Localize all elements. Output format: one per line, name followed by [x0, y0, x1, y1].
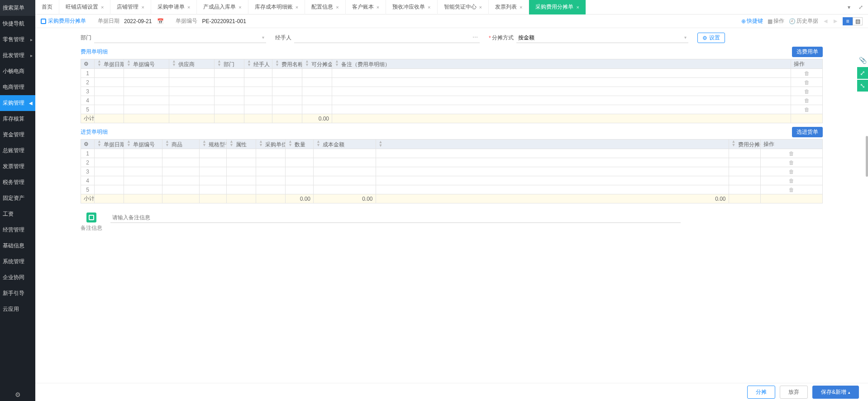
fullscreen-icon[interactable]: ⤢	[856, 3, 865, 12]
column-header[interactable]: ▲▼ 数量	[286, 140, 314, 149]
close-icon[interactable]: ×	[479, 5, 482, 10]
tab-7[interactable]: 客户账本×	[346, 0, 386, 14]
view-card-button[interactable]: ▤	[853, 17, 863, 25]
sidebar-item-6[interactable]: 采购管理◀	[0, 95, 35, 111]
sidebar-item-18[interactable]: 新手引导	[0, 285, 35, 301]
settings-button[interactable]: ⚙ 设置	[697, 33, 725, 43]
sidebar-item-9[interactable]: 总账管理	[0, 143, 35, 159]
handler-input[interactable]	[294, 33, 480, 43]
column-header[interactable]: ▲▼ 单据编号	[124, 140, 162, 149]
date-value[interactable]: 2022-09-21	[124, 18, 152, 24]
close-icon[interactable]: ×	[238, 5, 241, 10]
delete-icon[interactable]: 🗑	[789, 178, 794, 184]
select-expense-button[interactable]: 选费用单	[792, 47, 823, 57]
table-row[interactable]: 3🗑	[81, 167, 823, 176]
attachment-icon[interactable]: 📎	[857, 54, 868, 66]
sidebar-item-4[interactable]: 小畅电商	[0, 63, 35, 79]
sidebar-item-7[interactable]: 库存核算	[0, 111, 35, 127]
table-row[interactable]: 3🗑	[81, 87, 823, 96]
tab-0[interactable]: 首页	[35, 0, 59, 14]
compress-icon[interactable]: ⤡	[857, 80, 868, 92]
tab-1[interactable]: 旺铺店铺设置×	[59, 0, 110, 14]
column-header[interactable]: ▲▼ 供应商	[169, 59, 215, 69]
close-icon[interactable]: ×	[576, 5, 579, 10]
delete-icon[interactable]: 🗑	[789, 169, 794, 175]
sidebar-item-2[interactable]: 零售管理▸	[0, 32, 35, 48]
close-icon[interactable]: ×	[141, 5, 144, 10]
table-row[interactable]: 4🗑	[81, 96, 823, 105]
tab-6[interactable]: 配置信息×	[305, 0, 345, 14]
select-receipt-button[interactable]: 选进货单	[792, 127, 823, 137]
tab-2[interactable]: 店铺管理×	[110, 0, 151, 14]
tab-9[interactable]: 智能凭证中心×	[438, 0, 489, 14]
quick-create-link[interactable]: ⊕ 快捷键	[741, 17, 763, 25]
delete-icon[interactable]: 🗑	[789, 159, 794, 166]
delete-icon[interactable]: 🗑	[789, 150, 794, 157]
delete-icon[interactable]: 🗑	[804, 97, 810, 104]
close-icon[interactable]: ×	[520, 5, 522, 10]
close-icon[interactable]: ×	[296, 5, 298, 10]
tab-11[interactable]: 采购费用分摊单×	[529, 0, 586, 14]
operate-link[interactable]: ▦ 操作	[768, 17, 784, 25]
close-icon[interactable]: ×	[336, 5, 339, 10]
column-header[interactable]: ▲▼ 商品	[162, 140, 200, 149]
column-header[interactable]: ▲▼ 单据编号	[124, 59, 169, 69]
discard-button[interactable]: 放弃	[780, 386, 808, 399]
method-select[interactable]	[516, 33, 688, 43]
table-row[interactable]: 1🗑	[81, 69, 823, 78]
sidebar-item-11[interactable]: 税务管理	[0, 174, 35, 190]
tab-5[interactable]: 库存成本明细账×	[248, 0, 305, 14]
remark-input[interactable]	[110, 213, 681, 223]
sidebar-item-13[interactable]: 工资	[0, 206, 35, 222]
column-header[interactable]: ▲▼ 成本金额	[314, 140, 376, 149]
sidebar-item-17[interactable]: 企业协同	[0, 270, 35, 285]
table-row[interactable]: 5🗑	[81, 105, 823, 114]
gear-icon[interactable]: ⚙	[81, 140, 95, 149]
save-new-button[interactable]: 保存&新增 ▴	[812, 386, 859, 399]
column-header[interactable]: ▲▼ 经手人	[244, 59, 272, 69]
column-header[interactable]: ▲▼ 单据日期	[95, 59, 124, 69]
alloc-button[interactable]: 分摊	[747, 386, 775, 399]
table-row[interactable]: 2🗑	[81, 78, 823, 87]
column-header[interactable]: ▲▼ 费用分摊金额	[729, 140, 760, 149]
sidebar-item-14[interactable]: 经营管理	[0, 222, 35, 238]
column-header[interactable]: ▲▼ 采购单位	[256, 140, 286, 149]
column-header[interactable]: ▲▼ 可分摊金额	[302, 59, 332, 69]
sidebar-item-3[interactable]: 批发管理▸	[0, 48, 35, 63]
sidebar-item-0[interactable]: 搜索菜单	[0, 0, 35, 16]
expand-icon[interactable]: ⤢	[857, 67, 868, 79]
scrollbar[interactable]	[866, 136, 868, 177]
close-icon[interactable]: ×	[428, 5, 430, 10]
table-row[interactable]: 4🗑	[81, 176, 823, 185]
sidebar-item-15[interactable]: 基础信息	[0, 238, 35, 254]
column-header[interactable]: ▲▼ 属性	[227, 140, 256, 149]
history-link[interactable]: 🕘 历史单据	[789, 17, 818, 25]
gear-icon[interactable]: ⚙	[81, 59, 95, 69]
table-row[interactable]: 2🗑	[81, 158, 823, 167]
tab-overflow-icon[interactable]: ▾	[844, 3, 854, 12]
close-icon[interactable]: ×	[187, 5, 190, 10]
settings-icon[interactable]: ⚙	[0, 388, 35, 401]
delete-icon[interactable]: 🗑	[804, 88, 810, 95]
sidebar-item-16[interactable]: 系统管理	[0, 254, 35, 270]
column-header[interactable]: ▲▼ 规格型号	[200, 140, 227, 149]
sidebar-item-10[interactable]: 发票管理	[0, 159, 35, 174]
sidebar-item-12[interactable]: 固定资产	[0, 190, 35, 206]
table-row[interactable]: 5🗑	[81, 185, 823, 194]
sidebar-item-8[interactable]: 资金管理	[0, 127, 35, 143]
close-icon[interactable]: ×	[101, 5, 104, 10]
tab-4[interactable]: 产成品入库单×	[197, 0, 248, 14]
more-icon[interactable]: ⋯	[472, 34, 478, 40]
column-header[interactable]: ▲▼ 部门	[215, 59, 244, 69]
delete-icon[interactable]: 🗑	[804, 79, 810, 86]
dept-select[interactable]	[94, 33, 266, 43]
calendar-icon[interactable]: 📅	[157, 18, 164, 24]
close-icon[interactable]: ×	[377, 5, 379, 10]
column-header[interactable]: ▲▼ 单据日期	[95, 140, 124, 149]
table-row[interactable]: 1🗑	[81, 149, 823, 158]
delete-icon[interactable]: 🗑	[804, 70, 810, 77]
tab-3[interactable]: 采购申请单×	[151, 0, 197, 14]
column-header[interactable]: ▲▼ 费用名称	[272, 59, 302, 69]
view-list-button[interactable]: ≡	[843, 17, 853, 25]
sidebar-item-1[interactable]: 快捷导航	[0, 16, 35, 32]
